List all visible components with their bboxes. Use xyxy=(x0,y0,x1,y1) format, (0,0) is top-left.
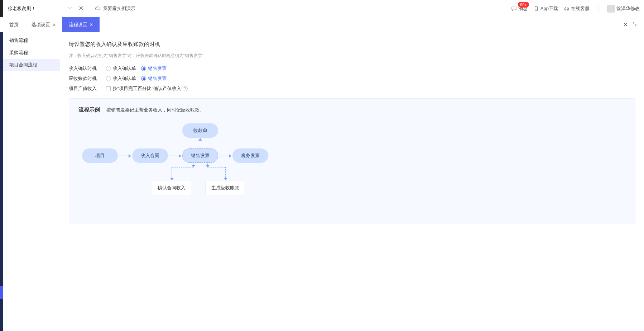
arrow-down-icon xyxy=(172,167,172,180)
node-project: 项目 xyxy=(82,148,118,163)
user-menu[interactable]: 徐泽华修改 xyxy=(607,5,640,13)
node-sales-invoice: 销售发票 xyxy=(182,148,218,163)
radio-icon xyxy=(106,66,111,71)
top-bar: 徐老板勿删！ ﹀ 我要看实例演示 消息 99+ App下载 在线客服 徐泽华修改 xyxy=(0,0,644,17)
sidebar-item-project[interactable]: 项目合同流程 xyxy=(3,59,60,71)
main-content: 请设置您的收入确认及应收账款的时机 注：收入确认时机为“销售发票”时，应收账款确… xyxy=(60,32,644,331)
user-name: 徐泽华修改 xyxy=(616,5,640,12)
messages-button[interactable]: 消息 99+ xyxy=(511,5,528,12)
tab-options[interactable]: 选项设置 ✕ xyxy=(25,17,62,32)
arrow-right-icon xyxy=(169,156,181,156)
radio-income-confirm-doc[interactable]: 收入确认单 xyxy=(106,65,136,72)
page-title: 请设置您的收入确认及应收账款的时机 xyxy=(69,41,635,48)
settings-note: 注：收入确认时机为“销售发票”时，应收账款确认时机必须为“销售发票” xyxy=(69,53,635,59)
expand-icon[interactable] xyxy=(630,21,639,28)
node-tax-invoice: 税务发票 xyxy=(232,148,268,163)
close-icon[interactable]: ✕ xyxy=(52,22,56,27)
left-nav-rail xyxy=(0,32,3,331)
cloud-icon xyxy=(95,6,101,11)
flow-line xyxy=(193,164,193,167)
divider xyxy=(92,4,92,13)
phone-icon xyxy=(533,6,539,11)
tabs-row: 首页 选项设置 ✕ 流程设置 ✕ ✕ xyxy=(0,17,644,32)
arrow-right-icon xyxy=(119,156,131,156)
flow-line xyxy=(207,164,208,167)
arrow-down-icon xyxy=(225,167,226,180)
node-generate-ar: 生成应收账款 xyxy=(206,181,245,195)
top-right-actions: 消息 99+ App下载 在线客服 徐泽华修改 xyxy=(511,4,640,13)
tab-label: 流程设置 xyxy=(69,22,87,28)
radio-label: 销售发票 xyxy=(148,65,167,72)
tabs-right-controls: ✕ xyxy=(616,17,644,32)
headset-icon xyxy=(564,6,569,11)
messages-badge: 99+ xyxy=(518,2,529,8)
checkbox-icon xyxy=(106,86,111,91)
app-download-label: App下载 xyxy=(540,5,558,12)
arrow-up-icon xyxy=(200,138,200,148)
message-icon xyxy=(511,6,517,11)
node-receipt: 收款单 xyxy=(182,123,218,138)
customer-service-button[interactable]: 在线客服 xyxy=(564,5,590,12)
app-download-button[interactable]: App下载 xyxy=(533,5,558,12)
flow-line xyxy=(207,167,225,167)
radio-label: 收入确认单 xyxy=(113,65,136,72)
svg-rect-1 xyxy=(512,7,516,10)
row-label: 项目产值收入 xyxy=(69,85,101,92)
node-confirm-contract-income: 确认合同收入 xyxy=(152,181,191,195)
example-title: 流程示例 xyxy=(78,107,100,113)
sidebar-item-purchase[interactable]: 采购流程 xyxy=(3,47,60,59)
tenant-name: 徐老板勿删！ xyxy=(8,5,36,12)
row-income-confirm: 收入确认时机 收入确认单 销售发票 xyxy=(69,65,635,72)
close-icon[interactable]: ✕ xyxy=(90,22,93,27)
flow-line xyxy=(172,167,193,167)
checkbox-label: 按“项目完工百分比”确认产值收入 xyxy=(113,85,181,92)
left-edge-sliver xyxy=(0,0,3,17)
example-desc: 按销售发票记主营业务收入，同时记应收账款。 xyxy=(106,107,204,113)
tab-label: 首页 xyxy=(9,22,19,28)
customer-service-label: 在线客服 xyxy=(571,5,590,12)
radio-income-sales-invoice[interactable]: 销售发票 xyxy=(141,65,167,72)
help-icon[interactable]: ? xyxy=(183,86,188,91)
chevron-down-icon: ﹀ xyxy=(68,5,72,12)
process-sidebar: 销售流程 采购流程 项目合同流程 xyxy=(3,32,60,331)
demo-link[interactable]: 我要看实例演示 xyxy=(95,5,135,12)
radio-ar-confirm-doc[interactable]: 收入确认单 xyxy=(106,75,136,82)
radio-label: 销售发票 xyxy=(148,75,167,82)
row-project-value: 项目产值收入 按“项目完工百分比”确认产值收入 ? xyxy=(69,85,635,92)
sidebar-item-label: 项目合同流程 xyxy=(9,62,37,67)
radio-icon xyxy=(141,76,146,81)
close-panel-button[interactable]: ✕ xyxy=(621,21,630,29)
body: 销售流程 采购流程 项目合同流程 请设置您的收入确认及应收账款的时机 注：收入确… xyxy=(0,32,644,331)
svg-point-3 xyxy=(536,10,536,10)
tab-home[interactable]: 首页 xyxy=(3,17,25,32)
row-ar-confirm: 应收账款时机 收入确认单 销售发票 xyxy=(69,75,635,82)
radio-icon xyxy=(141,66,146,71)
radio-ar-sales-invoice[interactable]: 销售发票 xyxy=(141,75,167,82)
tab-process[interactable]: 流程设置 ✕ xyxy=(62,17,100,32)
checkbox-percent-complete[interactable]: 按“项目完工百分比”确认产值收入 ? xyxy=(106,85,188,92)
divider xyxy=(598,4,599,13)
flow-example-panel: 流程示例 按销售发票记主营业务收入，同时记应收账款。 收款单 项目 收入合同 销… xyxy=(69,98,635,224)
svg-point-0 xyxy=(80,7,82,9)
arrow-right-icon xyxy=(219,156,231,156)
demo-link-label: 我要看实例演示 xyxy=(103,5,135,12)
node-income-contract: 收入合同 xyxy=(132,148,168,163)
row-label: 应收账款时机 xyxy=(69,75,101,82)
radio-icon xyxy=(106,76,111,81)
row-label: 收入确认时机 xyxy=(69,65,101,72)
radio-label: 收入确认单 xyxy=(113,75,136,82)
tenant-selector[interactable]: 徐老板勿删！ ﹀ xyxy=(4,5,76,12)
sidebar-item-label: 销售流程 xyxy=(9,38,28,43)
flow-canvas: 收款单 项目 收入合同 销售发票 税务发票 xyxy=(78,123,626,209)
sidebar-item-sales[interactable]: 销售流程 xyxy=(3,34,60,47)
avatar xyxy=(607,5,615,13)
tab-label: 选项设置 xyxy=(32,22,50,28)
left-rail-marker xyxy=(0,286,3,299)
sidebar-item-label: 采购流程 xyxy=(9,50,28,55)
gear-icon[interactable] xyxy=(78,5,84,12)
